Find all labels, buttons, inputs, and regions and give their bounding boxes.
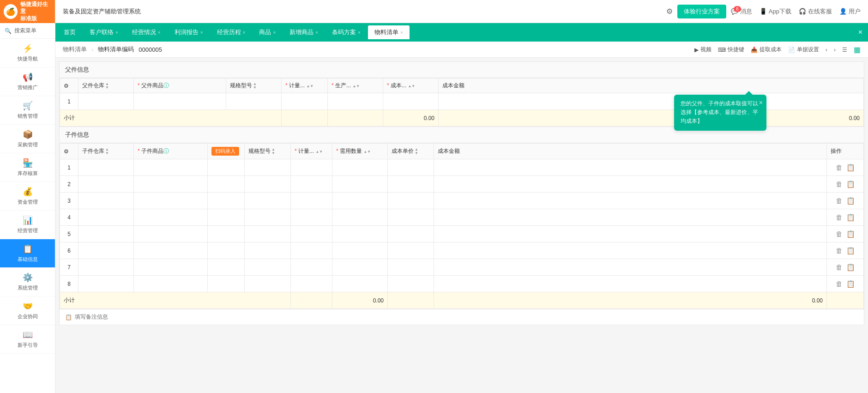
copy-row-3[interactable]: 📋 xyxy=(846,197,855,205)
child-scan-4[interactable] xyxy=(208,209,245,226)
child-unit-cost-8[interactable] xyxy=(388,276,434,292)
settings-icon[interactable]: ⚙ xyxy=(666,7,673,16)
message-button[interactable]: 💬 6 消息 xyxy=(731,7,752,16)
nav-prev[interactable]: ‹ xyxy=(826,46,827,53)
child-col-setting[interactable]: ⚙ xyxy=(60,144,78,159)
child-col-spec[interactable]: 规格型号 ▲▼ xyxy=(245,144,291,159)
child-unit-4[interactable] xyxy=(291,209,332,226)
parent-col-warehouse[interactable]: 父件仓库 ▲▼ xyxy=(78,79,134,93)
user-button[interactable]: 👤 用户 xyxy=(839,7,861,16)
child-product-2[interactable] xyxy=(134,176,208,193)
child-warehouse-5[interactable] xyxy=(78,226,134,242)
tab-goods-close[interactable]: × xyxy=(273,30,276,35)
child-spec-1[interactable] xyxy=(245,159,291,176)
parent-warehouse-1[interactable] xyxy=(78,93,134,110)
sidebar-item-system[interactable]: ⚙️ 系统管理 xyxy=(0,268,55,296)
child-product-3[interactable] xyxy=(134,193,208,209)
tab-barcode[interactable]: 条码方案 × xyxy=(326,25,367,39)
child-scan-8[interactable] xyxy=(208,276,245,292)
tab-bom[interactable]: 物料清单 × xyxy=(368,25,410,39)
child-spec-5[interactable] xyxy=(245,226,291,242)
tab-operation-status[interactable]: 经营情况 × xyxy=(126,25,167,39)
tab-barcode-close[interactable]: × xyxy=(358,30,361,35)
child-product-5[interactable] xyxy=(134,226,208,242)
parent-col-production[interactable]: * 生产... ▲▼ xyxy=(328,79,383,93)
child-warehouse-6[interactable] xyxy=(78,242,134,259)
child-unit-2[interactable] xyxy=(291,176,332,193)
child-unit-cost-4[interactable] xyxy=(388,209,434,226)
delete-row-3[interactable]: 🗑 xyxy=(836,197,843,205)
nav-next[interactable]: › xyxy=(834,46,836,53)
shortcut-btn[interactable]: ⌨ 快捷键 xyxy=(718,46,744,54)
sidebar-item-finance[interactable]: 💰 资金管理 xyxy=(0,182,55,211)
child-qty-1[interactable] xyxy=(332,159,388,176)
copy-row-2[interactable]: 📋 xyxy=(846,180,855,188)
child-spec-7[interactable] xyxy=(245,259,291,276)
sidebar-item-quick-nav[interactable]: ⚡ 快捷导航 xyxy=(0,39,55,67)
delete-row-8[interactable]: 🗑 xyxy=(836,280,843,288)
delete-row-4[interactable]: 🗑 xyxy=(836,213,843,221)
child-warehouse-8[interactable] xyxy=(78,276,134,292)
view-list-icon[interactable]: ☰ xyxy=(842,46,847,53)
tooltip-close-btn[interactable]: × xyxy=(759,97,763,108)
delete-row-6[interactable]: 🗑 xyxy=(836,247,843,254)
copy-row-5[interactable]: 📋 xyxy=(846,230,855,238)
child-qty-2[interactable] xyxy=(332,176,388,193)
child-scan-6[interactable] xyxy=(208,242,245,259)
tab-profit-close[interactable]: × xyxy=(200,30,203,35)
child-warehouse-7[interactable] xyxy=(78,259,134,276)
child-unit-3[interactable] xyxy=(291,193,332,209)
child-qty-7[interactable] xyxy=(332,259,388,276)
child-scan-1[interactable] xyxy=(208,159,245,176)
tab-history-close[interactable]: × xyxy=(243,30,246,35)
parent-product-1[interactable] xyxy=(134,93,226,110)
child-warehouse-4[interactable] xyxy=(78,209,134,226)
copy-row-8[interactable]: 📋 xyxy=(846,280,855,288)
child-qty-6[interactable] xyxy=(332,242,388,259)
child-unit-cost-3[interactable] xyxy=(388,193,434,209)
child-qty-5[interactable] xyxy=(332,226,388,242)
child-product-7[interactable] xyxy=(134,259,208,276)
sidebar-item-enterprise[interactable]: 🤝 企业协同 xyxy=(0,296,55,325)
child-warehouse-2[interactable] xyxy=(78,176,134,193)
child-spec-6[interactable] xyxy=(245,242,291,259)
child-unit-1[interactable] xyxy=(291,159,332,176)
tab-goods[interactable]: 商品 × xyxy=(253,25,282,39)
parent-col-spec[interactable]: 规格型号 ▲▼ xyxy=(226,79,282,93)
child-warehouse-3[interactable] xyxy=(78,193,134,209)
close-all-tabs[interactable]: × xyxy=(855,28,866,36)
child-unit-cost-6[interactable] xyxy=(388,242,434,259)
child-unit-cost-1[interactable] xyxy=(388,159,434,176)
copy-row-1[interactable]: 📋 xyxy=(846,163,855,172)
child-qty-3[interactable] xyxy=(332,193,388,209)
tab-history[interactable]: 经营历程 × xyxy=(211,25,252,39)
child-product-4[interactable] xyxy=(134,209,208,226)
child-unit-6[interactable] xyxy=(291,242,332,259)
tab-add-goods[interactable]: 新增商品 × xyxy=(283,25,325,39)
trial-button[interactable]: 体验行业方案 xyxy=(677,5,726,18)
app-download-button[interactable]: 📱 App下载 xyxy=(760,7,791,16)
tab-home[interactable]: 首页 xyxy=(57,25,82,39)
child-scan-7[interactable] xyxy=(208,259,245,276)
child-col-unit[interactable]: * 计量... ▲▼ xyxy=(291,144,332,159)
delete-row-7[interactable]: 🗑 xyxy=(836,263,843,271)
tab-bom-close[interactable]: × xyxy=(400,30,403,35)
tab-op-close[interactable]: × xyxy=(158,30,161,35)
sidebar-item-operation[interactable]: 📊 经营管理 xyxy=(0,211,55,239)
parent-cost-1[interactable] xyxy=(383,93,439,110)
single-setup-btn[interactable]: 📄 单据设置 xyxy=(788,46,819,54)
sidebar-item-basic[interactable]: 📋 基础信息 xyxy=(0,239,55,268)
copy-row-4[interactable]: 📋 xyxy=(846,213,855,222)
scan-input-btn[interactable]: 扫码录入 xyxy=(211,147,239,156)
delete-row-2[interactable]: 🗑 xyxy=(836,180,843,188)
child-unit-7[interactable] xyxy=(291,259,332,276)
sidebar-item-guide[interactable]: 📖 新手引导 xyxy=(0,325,55,354)
child-unit-cost-2[interactable] xyxy=(388,176,434,193)
breadcrumb-item-1[interactable]: 物料清单 xyxy=(63,45,87,54)
tab-customer-close[interactable]: × xyxy=(115,30,118,35)
child-scan-5[interactable] xyxy=(208,226,245,242)
child-col-qty[interactable]: * 需用数量 ▲▼ xyxy=(332,144,388,159)
child-qty-4[interactable] xyxy=(332,209,388,226)
parent-unit-1[interactable] xyxy=(282,93,328,110)
parent-spec-1[interactable] xyxy=(226,93,282,110)
